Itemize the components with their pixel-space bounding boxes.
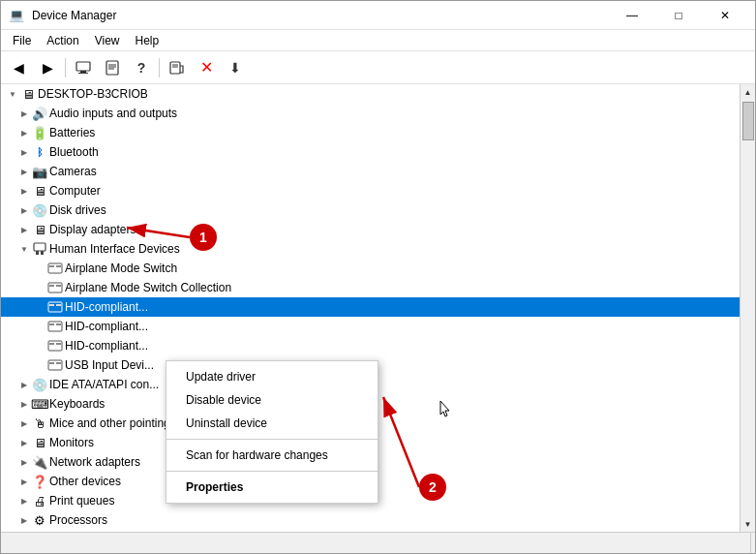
disk-expand[interactable]: ▶ (16, 202, 32, 218)
menu-view[interactable]: View (87, 32, 128, 49)
tree-item-hid3[interactable]: ▶ HID-compliant... (1, 336, 740, 355)
svg-rect-0 (76, 62, 90, 71)
hid3-icon (47, 338, 63, 354)
tree-item-hid[interactable]: ▼ Human Interface Devices (1, 239, 740, 259)
menu-bar: File Action View Help (1, 30, 755, 51)
menu-action[interactable]: Action (39, 32, 86, 49)
tree-item-airplane-switch[interactable]: ▶ Airplane Mode Switch (1, 259, 740, 278)
airplane-collection-label: Airplane Mode Switch Collection (65, 281, 231, 294)
tree-item-cameras[interactable]: ▶ 📷 Cameras (1, 162, 740, 181)
tree-item-bluetooth[interactable]: ▶ ᛒ Bluetooth (1, 142, 740, 162)
tree-item-processors[interactable]: ▶ ⚙ Processors (1, 510, 740, 530)
toolbar-back[interactable]: ◀ (5, 55, 32, 80)
toolbar-forward[interactable]: ▶ (34, 55, 61, 80)
tree-item-hid2[interactable]: ▶ HID-compliant... (1, 317, 740, 336)
annotation-1: 1 (190, 224, 217, 251)
print-icon: 🖨 (32, 493, 47, 508)
tree-root[interactable]: ▼ 🖥 DESKTOP-B3CRIOB (1, 84, 740, 104)
app-icon: 💻 (9, 8, 24, 23)
tree-item-computer[interactable]: ▶ 🖥 Computer (1, 181, 740, 200)
tree-panel[interactable]: ▼ 🖥 DESKTOP-B3CRIOB ▶ 🔊 Audio inputs and… (1, 84, 740, 532)
hid2-icon (47, 319, 63, 334)
toolbar-computer[interactable] (70, 55, 97, 80)
cameras-expand[interactable]: ▶ (16, 164, 32, 179)
monitors-expand[interactable]: ▶ (16, 435, 32, 450)
tree-item-audio[interactable]: ▶ 🔊 Audio inputs and outputs (1, 104, 740, 123)
network-icon: 🔌 (32, 454, 47, 470)
hid-expand[interactable]: ▼ (16, 241, 32, 257)
tree-item-sd[interactable]: ▶ 💳 SD host adapters (1, 530, 740, 532)
ctx-disable-device[interactable]: Disable device (166, 388, 378, 412)
ctx-update-driver[interactable]: Update driver (166, 365, 378, 388)
tree-item-display[interactable]: ▶ 🖥 Display adapters (1, 220, 740, 239)
maximize-button[interactable]: □ (656, 1, 701, 30)
main-window: 💻 Device Manager — □ ✕ File Action View … (0, 0, 756, 554)
cameras-icon: 📷 (32, 164, 47, 179)
keyboards-icon: ⌨ (32, 396, 47, 412)
hid1-label: HID-compliant... (65, 300, 148, 314)
ctx-uninstall-device[interactable]: Uninstall device (166, 412, 378, 435)
ctx-sep-2 (166, 471, 378, 472)
svg-rect-20 (49, 304, 54, 306)
hid-label: Human Interface Devices (49, 242, 180, 256)
disk-icon: 💿 (32, 202, 47, 218)
network-expand[interactable]: ▶ (16, 454, 32, 470)
bluetooth-expand[interactable]: ▶ (16, 144, 32, 160)
root-expand[interactable]: ▼ (5, 86, 20, 102)
title-bar-controls: — □ ✕ (610, 1, 747, 30)
menu-help[interactable]: Help (128, 32, 167, 49)
ide-icon: 💿 (32, 377, 47, 392)
audio-icon: 🔊 (32, 106, 47, 121)
other-label: Other devices (49, 475, 121, 488)
scroll-up[interactable]: ▲ (741, 84, 756, 100)
hid3-label: HID-compliant... (65, 339, 148, 353)
processors-icon: ⚙ (32, 512, 47, 528)
monitors-label: Monitors (49, 436, 94, 449)
display-icon: 🖥 (32, 222, 47, 237)
audio-expand[interactable]: ▶ (16, 106, 32, 121)
svg-rect-10 (34, 243, 45, 251)
ide-label: IDE ATA/ATAPI con... (49, 378, 159, 391)
context-menu: Update driver Disable device Uninstall d… (166, 360, 378, 504)
menu-file[interactable]: File (5, 32, 39, 49)
svg-rect-16 (48, 283, 62, 292)
ctx-scan[interactable]: Scan for hardware changes (166, 444, 378, 467)
ctx-properties[interactable]: Properties (166, 476, 378, 499)
display-expand[interactable]: ▶ (16, 222, 32, 237)
batteries-label: Batteries (49, 126, 95, 139)
ide-expand[interactable]: ▶ (16, 377, 32, 392)
batteries-expand[interactable]: ▶ (16, 125, 32, 140)
monitors-icon: 🖥 (32, 435, 47, 450)
hid2-label: HID-compliant... (65, 320, 148, 333)
svg-rect-28 (48, 360, 62, 370)
svg-rect-25 (48, 341, 62, 351)
airplane-switch-label: Airplane Mode Switch (65, 262, 177, 275)
svg-rect-21 (56, 304, 61, 306)
tree-item-airplane-collection[interactable]: ▶ Airplane Mode Switch Collection (1, 278, 740, 297)
mice-expand[interactable]: ▶ (16, 416, 32, 431)
tree-item-hid1[interactable]: ▶ HID-compliant... (1, 297, 740, 317)
toolbar-delete[interactable]: ✕ (193, 55, 220, 80)
cameras-label: Cameras (49, 165, 97, 178)
svg-rect-19 (48, 302, 62, 312)
scroll-down[interactable]: ▼ (741, 516, 756, 532)
hid-icon (32, 241, 47, 257)
toolbar-scan[interactable] (164, 55, 191, 80)
processors-expand[interactable]: ▶ (16, 512, 32, 528)
toolbar-update[interactable]: ⬇ (222, 55, 249, 80)
other-icon: ❓ (32, 474, 47, 489)
minimize-button[interactable]: — (610, 1, 654, 30)
other-expand[interactable]: ▶ (16, 474, 32, 489)
computer-expand[interactable]: ▶ (16, 183, 32, 199)
scroll-thumb[interactable] (742, 102, 754, 140)
scrollbar-right[interactable]: ▲ ▼ (740, 84, 755, 532)
svg-rect-1 (80, 71, 86, 73)
toolbar-sep-2 (159, 58, 160, 77)
toolbar-help[interactable]: ? (128, 55, 155, 80)
usb-input-label: USB Input Devi... (65, 358, 154, 372)
print-expand[interactable]: ▶ (16, 493, 32, 508)
tree-item-disk[interactable]: ▶ 💿 Disk drives (1, 200, 740, 220)
tree-item-batteries[interactable]: ▶ 🔋 Batteries (1, 123, 740, 142)
toolbar-properties[interactable] (99, 55, 126, 80)
close-button[interactable]: ✕ (703, 1, 747, 30)
